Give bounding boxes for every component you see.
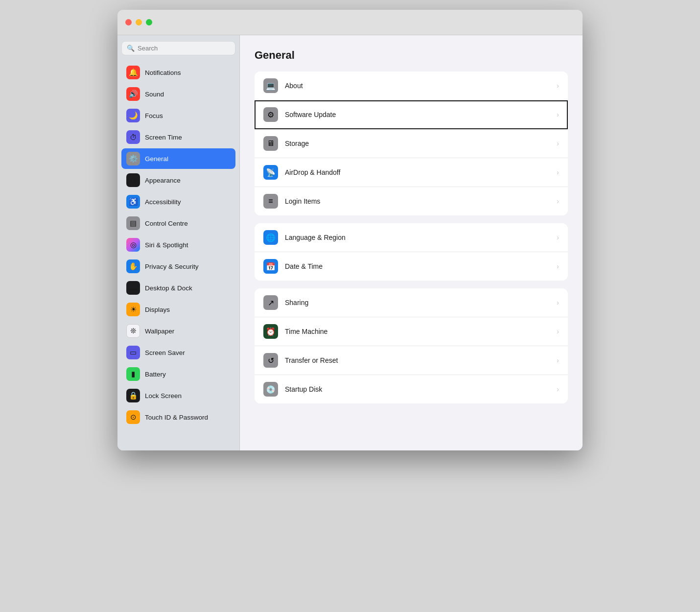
transfer-row-label: Transfer or Reset	[285, 356, 557, 364]
sidebar-item-accessibility[interactable]: ♿Accessibility	[121, 191, 235, 212]
sidebar-item-siri[interactable]: ◎Siri & Spotlight	[121, 235, 235, 255]
appearance-label: Appearance	[145, 177, 181, 184]
startup-row-label: Startup Disk	[285, 385, 557, 393]
screentime-icon: ⏱	[126, 130, 140, 144]
sharing-chevron-icon: ›	[557, 299, 559, 306]
language-row-label: Language & Region	[285, 234, 557, 241]
sidebar-item-privacy[interactable]: ✋Privacy & Security	[121, 256, 235, 277]
sidebar: 🔍 🔔Notifications🔊Sound🌙Focus⏱Screen Time…	[117, 35, 240, 450]
datetime-row-label: Date & Time	[285, 262, 557, 270]
minimize-button[interactable]	[136, 19, 142, 25]
sidebar-item-wallpaper[interactable]: ❊Wallpaper	[121, 321, 235, 341]
timemachine-row-icon: ⏰	[263, 324, 278, 339]
loginitems-chevron-icon: ›	[557, 197, 559, 205]
displays-icon: ☀	[126, 303, 140, 316]
datetime-row-icon: 📅	[263, 259, 278, 274]
lockscreen-icon: 🔒	[126, 389, 140, 402]
general-icon: ⚙️	[126, 152, 140, 165]
sidebar-item-touchid[interactable]: ⊙Touch ID & Password	[121, 407, 235, 427]
sidebar-item-notifications[interactable]: 🔔Notifications	[121, 62, 235, 83]
sound-icon: 🔊	[126, 87, 140, 101]
appearance-icon: ◑	[126, 173, 140, 187]
desktop-label: Desktop & Dock	[145, 284, 192, 292]
close-button[interactable]	[125, 19, 132, 25]
maximize-button[interactable]	[146, 19, 152, 25]
touchid-label: Touch ID & Password	[145, 414, 208, 421]
row-loginitems[interactable]: ≡Login Items›	[255, 187, 568, 215]
loginitems-row-icon: ≡	[263, 194, 278, 209]
sidebar-item-lockscreen[interactable]: 🔒Lock Screen	[121, 385, 235, 406]
sidebar-item-battery[interactable]: ▮Battery	[121, 364, 235, 384]
screensaver-label: Screen Saver	[145, 349, 185, 356]
airdrop-row-label: AirDrop & Handoff	[285, 168, 557, 176]
row-datetime[interactable]: 📅Date & Time›	[255, 252, 568, 281]
sidebar-items-container: 🔔Notifications🔊Sound🌙Focus⏱Screen Time⚙️…	[121, 62, 235, 428]
row-timemachine[interactable]: ⏰Time Machine›	[255, 317, 568, 346]
startup-chevron-icon: ›	[557, 385, 559, 393]
storage-row-label: Storage	[285, 140, 557, 147]
battery-label: Battery	[145, 371, 166, 378]
about-row-label: About	[285, 82, 557, 90]
language-row-icon: 🌐	[263, 230, 278, 245]
notifications-icon: 🔔	[126, 66, 140, 79]
battery-icon: ▮	[126, 367, 140, 381]
sidebar-item-focus[interactable]: 🌙Focus	[121, 105, 235, 126]
sidebar-item-desktop[interactable]: ▬Desktop & Dock	[121, 278, 235, 298]
sidebar-item-screentime[interactable]: ⏱Screen Time	[121, 127, 235, 147]
content-panel: General 💻About›⚙Software Update›🖥Storage…	[240, 35, 583, 450]
notifications-label: Notifications	[145, 69, 181, 76]
accessibility-label: Accessibility	[145, 198, 181, 206]
row-airdrop[interactable]: 📡AirDrop & Handoff›	[255, 158, 568, 187]
search-icon: 🔍	[127, 45, 135, 52]
row-storage[interactable]: 🖥Storage›	[255, 129, 568, 158]
focus-icon: 🌙	[126, 109, 140, 122]
sidebar-item-screensaver[interactable]: ▭Screen Saver	[121, 342, 235, 363]
displays-label: Displays	[145, 306, 170, 313]
traffic-lights	[125, 19, 152, 25]
row-softwareupdate[interactable]: ⚙Software Update›	[255, 100, 568, 129]
focus-label: Focus	[145, 112, 163, 119]
sidebar-item-general[interactable]: ⚙️General	[121, 148, 235, 169]
sharing-row-icon: ↗	[263, 295, 278, 310]
row-transfer[interactable]: ↺Transfer or Reset›	[255, 346, 568, 375]
siri-icon: ◎	[126, 238, 140, 252]
row-startup[interactable]: 💿Startup Disk›	[255, 375, 568, 403]
storage-row-icon: 🖥	[263, 136, 278, 151]
airdrop-row-icon: 📡	[263, 165, 278, 180]
search-input[interactable]	[138, 45, 230, 52]
language-chevron-icon: ›	[557, 234, 559, 241]
touchid-icon: ⊙	[126, 410, 140, 424]
softwareupdate-row-icon: ⚙	[263, 107, 278, 122]
row-about[interactable]: 💻About›	[255, 71, 568, 100]
privacy-icon: ✋	[126, 259, 140, 273]
sidebar-item-controlcentre[interactable]: ▤Control Centre	[121, 213, 235, 234]
sharing-row-label: Sharing	[285, 299, 557, 306]
transfer-row-icon: ↺	[263, 353, 278, 368]
siri-label: Siri & Spotlight	[145, 241, 188, 249]
row-sharing[interactable]: ↗Sharing›	[255, 288, 568, 317]
page-title: General	[255, 49, 568, 62]
section-section2: 🌐Language & Region›📅Date & Time›	[255, 223, 568, 281]
airdrop-chevron-icon: ›	[557, 168, 559, 176]
lockscreen-label: Lock Screen	[145, 392, 182, 400]
row-language[interactable]: 🌐Language & Region›	[255, 223, 568, 252]
sound-label: Sound	[145, 91, 164, 98]
main-layout: 🔍 🔔Notifications🔊Sound🌙Focus⏱Screen Time…	[117, 35, 583, 450]
controlcentre-label: Control Centre	[145, 220, 188, 227]
section-section1: 💻About›⚙Software Update›🖥Storage›📡AirDro…	[255, 71, 568, 215]
title-bar	[117, 10, 583, 35]
controlcentre-icon: ▤	[126, 216, 140, 230]
sidebar-item-displays[interactable]: ☀Displays	[121, 299, 235, 320]
softwareupdate-row-label: Software Update	[285, 111, 557, 118]
sidebar-item-appearance[interactable]: ◑Appearance	[121, 170, 235, 190]
sidebar-item-sound[interactable]: 🔊Sound	[121, 84, 235, 104]
startup-row-icon: 💿	[263, 382, 278, 397]
screensaver-icon: ▭	[126, 346, 140, 359]
timemachine-chevron-icon: ›	[557, 328, 559, 335]
search-bar[interactable]: 🔍	[121, 41, 235, 55]
timemachine-row-label: Time Machine	[285, 328, 557, 335]
section-section3: ↗Sharing›⏰Time Machine›↺Transfer or Rese…	[255, 288, 568, 403]
general-label: General	[145, 155, 168, 163]
privacy-label: Privacy & Security	[145, 263, 199, 270]
accessibility-icon: ♿	[126, 195, 140, 209]
